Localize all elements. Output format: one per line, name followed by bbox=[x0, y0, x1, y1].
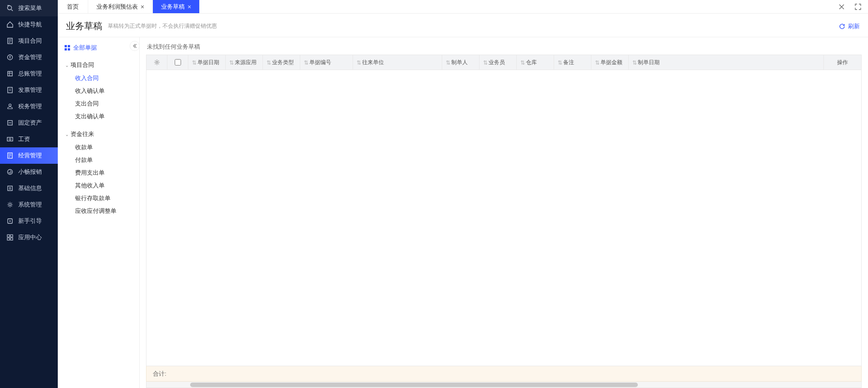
col-party[interactable]: ⇅往来单位 bbox=[353, 55, 442, 70]
tree-leaf-0-1[interactable]: 收入确认单 bbox=[61, 85, 136, 97]
sidebar-item-4[interactable]: 总账管理 bbox=[0, 66, 58, 82]
invoice-icon bbox=[6, 86, 14, 94]
tree-leaf-0-3[interactable]: 支出确认单 bbox=[61, 110, 136, 123]
tab-0[interactable]: 首页 bbox=[58, 0, 88, 13]
tree-leaf-1-2[interactable]: 费用支出单 bbox=[61, 166, 136, 179]
scrollbar-thumb[interactable] bbox=[190, 383, 638, 387]
col-note[interactable]: ⇅备注 bbox=[554, 55, 591, 70]
col-maker[interactable]: ⇅制单人 bbox=[442, 55, 479, 70]
sidebar-item-10[interactable]: 小畅报销 bbox=[0, 164, 58, 180]
table-body-empty bbox=[146, 70, 862, 366]
horizontal-scrollbar[interactable] bbox=[146, 382, 862, 388]
sidebar-item-7[interactable]: 固定资产 bbox=[0, 115, 58, 131]
col-type[interactable]: ⇅业务类型 bbox=[263, 55, 300, 70]
tree-leaf-1-0[interactable]: 收款单 bbox=[61, 141, 136, 154]
tree-group-1: ⌄资金往来收款单付款单费用支出单其他收入单银行存取款单应收应付调整单 bbox=[61, 127, 136, 217]
sort-icon: ⇅ bbox=[357, 60, 360, 65]
col-source[interactable]: ⇅来源应用 bbox=[226, 55, 263, 70]
tree-leaf-1-3[interactable]: 其他收入单 bbox=[61, 179, 136, 192]
app-icon bbox=[6, 234, 14, 241]
tree-group-label: 资金往来 bbox=[71, 130, 94, 138]
col-warehouse[interactable]: ⇅仓库 bbox=[517, 55, 554, 70]
doc-icon bbox=[6, 37, 14, 45]
tab-close-icon[interactable]: × bbox=[141, 4, 144, 10]
sidebar-item-0[interactable]: 搜索菜单 bbox=[0, 0, 58, 16]
tab-2[interactable]: 业务草稿× bbox=[153, 0, 200, 13]
sidebar-item-label: 固定资产 bbox=[18, 119, 42, 127]
tree-group-title-1[interactable]: ⌄资金往来 bbox=[61, 127, 136, 141]
sort-icon: ⇅ bbox=[632, 60, 636, 65]
category-panel: 全部单据 ⌄项目合同收入合同收入确认单支出合同支出确认单⌄资金往来收款单付款单费… bbox=[58, 37, 140, 388]
sidebar-item-3[interactable]: 资金管理 bbox=[0, 49, 58, 66]
svg-rect-17 bbox=[10, 238, 13, 240]
sidebar-item-1[interactable]: 快捷导航 bbox=[0, 16, 58, 33]
sort-icon: ⇅ bbox=[267, 60, 270, 65]
sidebar-item-label: 基础信息 bbox=[18, 184, 42, 192]
fullscreen-icon[interactable] bbox=[853, 1, 863, 12]
tree-leaf-1-1[interactable]: 付款单 bbox=[61, 154, 136, 166]
sort-icon: ⇅ bbox=[304, 60, 308, 65]
svg-point-8 bbox=[9, 138, 11, 140]
sidebar-item-9[interactable]: 经营管理 bbox=[0, 147, 58, 164]
sidebar-item-label: 工资 bbox=[18, 135, 30, 143]
salary-icon bbox=[6, 136, 14, 143]
asset-icon bbox=[6, 119, 14, 126]
col-date[interactable]: ⇅单据日期 bbox=[188, 55, 226, 70]
footer-total-label: 合计: bbox=[153, 370, 167, 378]
tree-leaf-0-2[interactable]: 支出合同 bbox=[61, 97, 136, 110]
home-icon bbox=[6, 21, 14, 28]
tree-group-title-0[interactable]: ⌄项目合同 bbox=[61, 58, 136, 72]
sidebar-item-label: 快捷导航 bbox=[18, 20, 42, 29]
col-sales[interactable]: ⇅业务员 bbox=[479, 55, 517, 70]
sidebar-item-14[interactable]: 应用中心 bbox=[0, 229, 58, 246]
svg-rect-14 bbox=[7, 235, 10, 237]
col-makedate[interactable]: ⇅制单日期 bbox=[629, 55, 824, 70]
sidebar-item-label: 项目合同 bbox=[18, 37, 42, 45]
tab-1[interactable]: 业务利润预估表× bbox=[88, 0, 153, 13]
left-sidebar: 搜索菜单快捷导航项目合同资金管理总账管理发票管理税务管理固定资产工资经营管理小畅… bbox=[0, 0, 58, 388]
reimburse-icon bbox=[6, 168, 14, 176]
col-no[interactable]: ⇅单据编号 bbox=[300, 55, 353, 70]
sidebar-item-label: 总账管理 bbox=[18, 70, 42, 78]
sidebar-item-label: 新手引导 bbox=[18, 217, 42, 225]
tree-group-label: 项目合同 bbox=[71, 61, 94, 69]
page-subtitle: 草稿转为正式单据时，不会执行满赠促销优惠 bbox=[108, 22, 217, 30]
sidebar-item-2[interactable]: 项目合同 bbox=[0, 33, 58, 49]
data-table: ⇅单据日期 ⇅来源应用 ⇅业务类型 ⇅单据编号 ⇅往来单位 ⇅制单人 ⇅业务员 … bbox=[146, 55, 862, 388]
sidebar-item-13[interactable]: 新手引导 bbox=[0, 213, 58, 229]
guide-icon bbox=[6, 217, 14, 225]
collapse-panel-button[interactable] bbox=[130, 41, 140, 51]
svg-point-10 bbox=[8, 170, 13, 175]
tab-close-icon[interactable]: × bbox=[187, 4, 191, 10]
sidebar-item-label: 经营管理 bbox=[18, 151, 42, 160]
tabs-close-all-icon[interactable] bbox=[836, 1, 847, 12]
sidebar-item-6[interactable]: 税务管理 bbox=[0, 98, 58, 115]
tax-icon bbox=[6, 103, 14, 110]
sidebar-item-5[interactable]: 发票管理 bbox=[0, 82, 58, 98]
sort-icon: ⇅ bbox=[483, 60, 487, 65]
col-amount[interactable]: ⇅单据金额 bbox=[591, 55, 629, 70]
sidebar-item-12[interactable]: 系统管理 bbox=[0, 197, 58, 213]
content-row: 全部单据 ⌄项目合同收入合同收入确认单支出合同支出确认单⌄资金往来收款单付款单费… bbox=[58, 37, 868, 388]
all-docs-label: 全部单据 bbox=[73, 44, 97, 52]
select-all-checkbox[interactable] bbox=[167, 55, 188, 70]
column-settings-button[interactable] bbox=[146, 55, 167, 70]
sort-icon: ⇅ bbox=[446, 60, 449, 65]
tree-leaf-1-5[interactable]: 应收应付调整单 bbox=[61, 205, 136, 217]
tree-leaf-1-4[interactable]: 银行存取款单 bbox=[61, 192, 136, 205]
tree-leaf-0-0[interactable]: 收入合同 bbox=[61, 72, 136, 85]
chevron-down-icon: ⌄ bbox=[65, 63, 69, 68]
svg-point-0 bbox=[8, 6, 12, 10]
sidebar-item-label: 小畅报销 bbox=[18, 168, 42, 176]
tab-label: 业务利润预估表 bbox=[96, 3, 138, 11]
tab-label: 业务草稿 bbox=[161, 3, 185, 11]
refresh-button[interactable]: 刷新 bbox=[839, 22, 860, 30]
all-docs-link[interactable]: 全部单据 bbox=[61, 42, 136, 54]
table-area: 未找到任何业务草稿 ⇅单据日期 ⇅来源应用 ⇅业务类型 ⇅单据编号 ⇅往来单 bbox=[140, 37, 868, 388]
sidebar-item-8[interactable]: 工资 bbox=[0, 131, 58, 147]
main-area: 首页业务利润预估表×业务草稿× 业务草稿 草稿转为正式单据时，不会执行满赠促销优… bbox=[58, 0, 868, 388]
sidebar-item-11[interactable]: 基础信息 bbox=[0, 180, 58, 197]
sort-icon: ⇅ bbox=[192, 60, 196, 65]
select-all-input[interactable] bbox=[175, 59, 181, 66]
svg-point-5 bbox=[9, 104, 11, 106]
